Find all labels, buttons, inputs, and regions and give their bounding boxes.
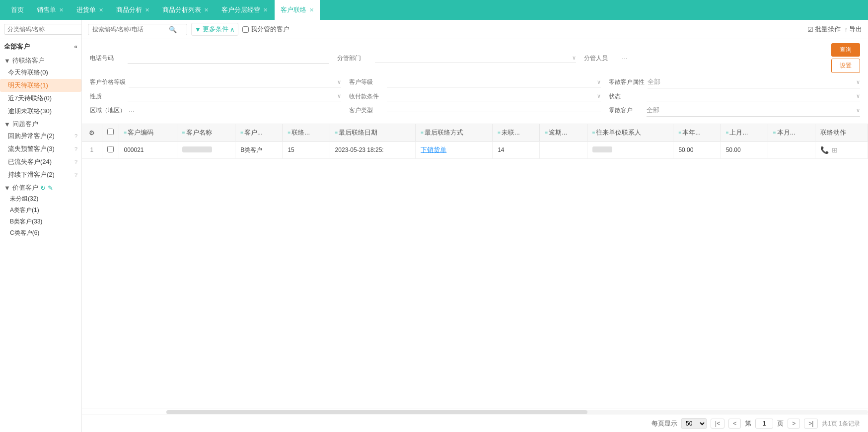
row-last-month: 50.00 bbox=[721, 142, 768, 159]
filter-icon: ▼ bbox=[195, 26, 201, 33]
close-icon[interactable]: ✕ bbox=[263, 7, 268, 13]
my-customers-checkbox-label[interactable]: 我分管的客户 bbox=[242, 25, 289, 34]
search-button-icon[interactable]: 🔍 bbox=[169, 26, 177, 33]
next-page-button[interactable]: > bbox=[788, 419, 800, 429]
col-header-last-date[interactable]: ≡最后联络日期 bbox=[330, 124, 416, 142]
row-type: B类客户 bbox=[235, 142, 283, 159]
sidebar-item-class-b[interactable]: B类客户(33) bbox=[0, 216, 81, 227]
payment-select[interactable]: ∨ bbox=[387, 91, 600, 101]
region-dots-button[interactable]: ··· bbox=[129, 107, 135, 115]
masked-contact bbox=[592, 146, 612, 152]
batch-operation-button[interactable]: ☑ 批量操作 bbox=[807, 25, 841, 34]
row-this-month bbox=[768, 142, 815, 159]
person-dots-button[interactable]: ··· bbox=[622, 54, 628, 62]
phone-input[interactable] bbox=[128, 53, 329, 64]
help-icon[interactable]: ? bbox=[74, 146, 77, 152]
close-icon[interactable]: ✕ bbox=[204, 7, 209, 13]
sidebar-item-unclassified[interactable]: 未分组(32) bbox=[0, 193, 81, 205]
first-page-button[interactable]: |< bbox=[711, 419, 724, 429]
last-page-button[interactable]: >| bbox=[804, 419, 818, 429]
sidebar-item-class-c[interactable]: C类客户(6) bbox=[0, 227, 81, 239]
filter-payment: 收付款条件 ∨ bbox=[349, 91, 600, 101]
main-layout: 🔍 全部客户 « ▼ 待联络客户 今天待联络(0) 明天待联络(1) 近7天待联… bbox=[0, 20, 868, 432]
horizontal-scrollbar-thumb[interactable] bbox=[166, 410, 587, 414]
sidebar-item-class-a[interactable]: A类客户(1) bbox=[0, 205, 81, 216]
prev-page-button[interactable]: < bbox=[728, 419, 741, 429]
price-level-select[interactable]: ∨ bbox=[129, 77, 341, 87]
nav-item-analysis[interactable]: 商品分析 ✕ bbox=[110, 0, 155, 20]
row-checkbox[interactable] bbox=[107, 146, 114, 152]
chevron-down-icon: ∨ bbox=[597, 79, 601, 85]
sidebar-item-churn-warning[interactable]: 流失预警客户(3) ? bbox=[0, 143, 81, 155]
action-phone-icon[interactable]: 📞 bbox=[820, 146, 829, 154]
status-select[interactable]: ∨ bbox=[647, 91, 860, 101]
col-header-code[interactable]: ≡客户编码 bbox=[119, 124, 177, 142]
export-button[interactable]: ↑ 导出 bbox=[845, 25, 863, 34]
page-number-input[interactable] bbox=[755, 419, 773, 429]
dept-select[interactable]: ∨ bbox=[375, 53, 577, 63]
row-last-method[interactable]: 下销货单 bbox=[416, 142, 493, 159]
col-header-name[interactable]: ≡客户名称 bbox=[177, 124, 235, 142]
toolbar-search-box[interactable]: 🔍 bbox=[88, 24, 187, 35]
filter-more-button[interactable]: ▼ 更多条件 ∧ bbox=[191, 23, 238, 36]
action-menu-icon[interactable]: ⊞ bbox=[832, 146, 838, 154]
customer-level-select[interactable]: ∨ bbox=[387, 77, 600, 87]
nav-item-analysis-list[interactable]: 商品分析列表 ✕ bbox=[156, 0, 215, 20]
select-all-checkbox[interactable] bbox=[107, 129, 114, 135]
col-header-type[interactable]: ≡客户... bbox=[235, 124, 283, 142]
filter-row-1: 电话号码 分管部门 ∨ 分管人员 ··· 查询 设置 bbox=[90, 43, 860, 73]
customer-type-select[interactable] bbox=[387, 109, 600, 112]
retail-attr-select[interactable]: 全部 ∨ bbox=[648, 76, 860, 88]
close-icon[interactable]: ✕ bbox=[99, 7, 103, 13]
sidebar-item-tomorrow[interactable]: 明天待联络(1) bbox=[0, 79, 81, 92]
help-icon[interactable]: ? bbox=[74, 172, 77, 178]
sidebar-item-repurchase-abnormal[interactable]: 回购异常客户(2) ? bbox=[0, 130, 81, 143]
sidebar-item-overdue[interactable]: 逾期未联络(30) bbox=[0, 105, 81, 118]
sidebar-item-churned[interactable]: 已流失客户(24) ? bbox=[0, 155, 81, 168]
col-header-overdue[interactable]: ≡逾期... bbox=[540, 124, 587, 142]
gender-select[interactable]: ∨ bbox=[128, 91, 341, 101]
page-size-select[interactable]: 50 10 20 100 bbox=[681, 418, 707, 429]
toolbar: 🔍 ▼ 更多条件 ∧ 我分管的客户 ☑ 批量操作 ↑ 导出 bbox=[82, 20, 868, 39]
col-header-last-month[interactable]: ≡上月... bbox=[721, 124, 768, 142]
col-header-this-year[interactable]: ≡本年... bbox=[673, 124, 721, 142]
close-icon[interactable]: ✕ bbox=[309, 7, 314, 13]
customer-table: ⚙ ≡客户编码 ≡客户名称 ≡客户... ≡联络... ≡最后联络日期 ≡最后联… bbox=[82, 124, 868, 159]
nav-item-customer-contact[interactable]: 客户联络 ✕ bbox=[275, 0, 320, 20]
help-icon[interactable]: ? bbox=[74, 159, 77, 165]
query-button[interactable]: 查询 bbox=[831, 43, 860, 57]
row-checkbox-cell[interactable] bbox=[102, 142, 119, 159]
col-header-contact-person[interactable]: ≡往来单位联系人 bbox=[587, 124, 673, 142]
nav-home[interactable]: 首页 bbox=[5, 0, 30, 20]
sidebar-search-input[interactable] bbox=[4, 24, 82, 35]
sort-icon: ≡ bbox=[678, 130, 681, 136]
edit-icon[interactable]: ✎ bbox=[48, 184, 53, 192]
col-header-this-month[interactable]: ≡本月... bbox=[768, 124, 815, 142]
my-customers-checkbox[interactable] bbox=[242, 26, 249, 33]
filter-customer-level: 客户等级 ∨ bbox=[349, 77, 600, 87]
search-input[interactable] bbox=[92, 26, 167, 33]
col-header-contacts[interactable]: ≡联络... bbox=[283, 124, 330, 142]
triangle-icon: ▼ bbox=[4, 184, 10, 192]
sidebar-item-7days[interactable]: 近7天待联络(0) bbox=[0, 92, 81, 105]
row-code: 000021 bbox=[119, 142, 177, 159]
filter-panel: 电话号码 分管部门 ∨ 分管人员 ··· 查询 设置 bbox=[82, 39, 868, 124]
sidebar-item-declining[interactable]: 持续下滑客户(2) ? bbox=[0, 168, 81, 181]
sidebar-all-customers[interactable]: 全部客户 « bbox=[0, 39, 81, 54]
col-header-last-method[interactable]: ≡最后联络方式 bbox=[416, 124, 493, 142]
nav-item-purchase[interactable]: 进货单 ✕ bbox=[71, 0, 109, 20]
chevron-up-icon: ∧ bbox=[230, 26, 235, 33]
close-icon[interactable]: ✕ bbox=[145, 7, 149, 13]
sidebar-item-today[interactable]: 今天待联络(0) bbox=[0, 66, 81, 79]
help-icon[interactable]: ? bbox=[74, 133, 77, 139]
settings-button[interactable]: 设置 bbox=[831, 59, 860, 73]
nav-item-sales[interactable]: 销售单 ✕ bbox=[31, 0, 70, 20]
retail-select[interactable]: 全部 ∨ bbox=[647, 104, 860, 117]
toolbar-right: ☑ 批量操作 ↑ 导出 bbox=[807, 25, 863, 34]
chevron-down-icon: ∨ bbox=[856, 107, 860, 114]
nav-item-customer-tier[interactable]: 客户分层经营 ✕ bbox=[216, 0, 274, 20]
close-icon[interactable]: ✕ bbox=[59, 7, 64, 13]
col-header-uncontacted[interactable]: ≡未联... bbox=[493, 124, 540, 142]
filter-row-4: 区域（地区） ··· 客户类型 零散客户 全部 ∨ bbox=[90, 104, 860, 117]
refresh-icon[interactable]: ↻ bbox=[40, 184, 46, 192]
